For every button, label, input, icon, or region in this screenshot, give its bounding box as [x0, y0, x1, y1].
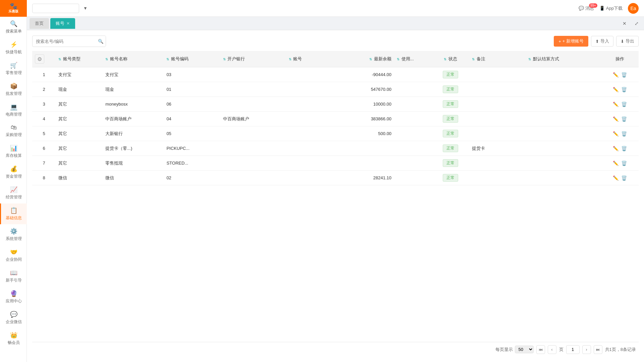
delete-icon[interactable]: 🗑️ [621, 102, 627, 107]
export-button[interactable]: ⬇ 导出 [616, 36, 639, 47]
status-badge: 正常 [443, 144, 458, 152]
ecommerce-icon: 💻 [10, 103, 17, 111]
sidebar-item-wholesale[interactable]: 📦 批发管理 [0, 79, 27, 100]
sidebar-item-enterprise[interactable]: 🤝 企业协同 [0, 245, 27, 266]
sidebar-item-quicknav[interactable]: ⚡ 快捷导航 [0, 38, 27, 58]
th-remark[interactable]: ⇅ 备注 [469, 51, 526, 67]
tab-account[interactable]: 账号 ✕ [50, 18, 75, 29]
cell-default-settlement [526, 112, 601, 126]
avatar[interactable]: Ea [628, 3, 639, 14]
import-button[interactable]: ⬆ 导入 [591, 36, 613, 47]
sidebar-item-retail[interactable]: 🛒 零售管理 [0, 58, 27, 79]
sidebar-item-inventory[interactable]: 📊 库存核算 [0, 141, 27, 162]
edit-icon[interactable]: ✏️ [613, 116, 619, 122]
sidebar-logo: 🐾 乐惠版 [0, 0, 27, 17]
sidebar-item-label: 畅会员 [8, 340, 20, 346]
table-row: 3 其它 moneybosx 06 10000.00 正常 ✏️ 🗑️ [32, 97, 639, 112]
delete-icon[interactable]: 🗑️ [621, 146, 627, 151]
topbar-dropdown[interactable]: ▼ [83, 6, 88, 11]
cell-type: 现金 [56, 82, 103, 97]
delete-icon[interactable]: 🗑️ [621, 131, 627, 136]
sidebar-item-search[interactable]: 🔍 搜索菜单 [0, 17, 27, 38]
delete-icon[interactable]: 🗑️ [621, 175, 627, 181]
edit-icon[interactable]: ✏️ [613, 131, 619, 136]
th-settings[interactable]: ⚙ [32, 51, 56, 67]
page-last-button[interactable]: ⏭ [594, 345, 602, 354]
th-account[interactable]: ⇅ 账号 [286, 51, 333, 67]
topbar-search-input[interactable] [32, 4, 79, 13]
sidebar-item-appcenter[interactable]: 🔮 应用中心 [0, 287, 27, 307]
sidebar-item-guide[interactable]: 📖 新手引导 [0, 266, 27, 287]
th-code[interactable]: ⇅ 账号编码 [164, 51, 220, 67]
gear-icon[interactable]: ⚙ [35, 54, 44, 64]
tab-close-window-button[interactable]: ✕ [620, 19, 629, 28]
status-badge: 正常 [443, 115, 458, 123]
edit-icon[interactable]: ✏️ [613, 87, 619, 92]
sort-icon-name: ⇅ [105, 57, 108, 61]
delete-icon[interactable]: 🗑️ [621, 87, 627, 92]
tab-close-icon[interactable]: ✕ [66, 21, 70, 26]
sidebar-item-label: 库存核算 [6, 153, 22, 159]
per-page-select[interactable]: 10 20 50 100 [515, 346, 534, 353]
search-button[interactable]: 🔍 [96, 36, 106, 47]
page-next-button[interactable]: › [582, 345, 591, 354]
cell-name: 微信 [103, 171, 164, 185]
th-account-label: 账号 [293, 56, 302, 61]
th-action: 操作 [601, 51, 639, 67]
delete-icon[interactable]: 🗑️ [621, 72, 627, 77]
th-type[interactable]: ⇅ 账号类型 [56, 51, 103, 67]
table-row: 8 微信 微信 02 28241.10 正常 ✏️ 🗑️ [32, 171, 639, 185]
page-input[interactable] [566, 345, 580, 354]
sidebar-item-label: 零售管理 [6, 70, 22, 76]
chevron-down-icon: ▼ [83, 6, 88, 11]
th-default-settlement[interactable]: ⇅ 默认结算方式 [526, 51, 601, 67]
sidebar-item-system[interactable]: ⚙️ 系统管理 [0, 224, 27, 245]
add-account-button[interactable]: + + 新增账号 [554, 36, 588, 47]
cell-balance: 10000.00 [333, 97, 394, 112]
content-area: 🔍 + + 新增账号 ⬆ 导入 ⬇ 导出 [27, 30, 644, 362]
sidebar-item-operation[interactable]: 📈 经营管理 [0, 183, 27, 203]
sidebar-item-basic[interactable]: 📋 基础信息 [0, 203, 27, 224]
search-input[interactable] [33, 37, 96, 46]
sidebar-item-purchase[interactable]: 🛍 采购管理 [0, 121, 27, 141]
edit-icon[interactable]: ✏️ [613, 72, 619, 77]
sidebar-item-label: 新手引导 [6, 278, 22, 283]
th-usage[interactable]: ⇅ 使用... [394, 51, 432, 67]
page-prev-button[interactable]: ‹ [548, 345, 556, 354]
th-name[interactable]: ⇅ 账号名称 [103, 51, 164, 67]
th-balance[interactable]: ⇅ 最新余额 [333, 51, 394, 67]
cell-balance: 383866.00 [333, 112, 394, 126]
th-status[interactable]: ⇅ 状态 [432, 51, 469, 67]
status-badge: 正常 [443, 85, 458, 93]
sidebar-item-corpwechat[interactable]: 💬 企业微信 [0, 307, 27, 328]
cell-name: 支付宝 [103, 67, 164, 82]
app-download-button[interactable]: 📱 App下载 [599, 5, 623, 11]
tab-fullscreen-button[interactable]: ⤢ [632, 19, 641, 28]
delete-icon[interactable]: 🗑️ [621, 161, 627, 166]
app-download-label: App下载 [606, 5, 623, 11]
table-row: 1 支付宝 支付宝 03 -90444.00 正常 ✏️ 🗑️ [32, 67, 639, 82]
tab-home[interactable]: 首页 [30, 18, 49, 29]
cell-balance: 547670.00 [333, 82, 394, 97]
th-bank[interactable]: ⇅ 开户银行 [220, 51, 286, 67]
cell-status: 正常 [432, 67, 469, 82]
messages-button[interactable]: 💬 消息 99+ [579, 5, 594, 11]
sidebar-item-finance[interactable]: 💰 资金管理 [0, 162, 27, 183]
edit-icon[interactable]: ✏️ [613, 146, 619, 151]
cell-bank [220, 97, 286, 112]
wholesale-icon: 📦 [10, 82, 17, 90]
edit-icon[interactable]: ✏️ [613, 102, 619, 107]
inventory-icon: 📊 [10, 144, 17, 152]
page-first-button[interactable]: ⏮ [536, 345, 545, 354]
sidebar-item-ecommerce[interactable]: 💻 电商管理 [0, 100, 27, 121]
cell-no: 2 [32, 82, 56, 97]
status-badge: 正常 [443, 100, 458, 108]
sidebar-item-label: 系统管理 [6, 236, 22, 242]
cell-balance [333, 156, 394, 171]
edit-icon[interactable]: ✏️ [613, 161, 619, 166]
cell-remark [469, 156, 526, 171]
edit-icon[interactable]: ✏️ [613, 175, 619, 181]
sidebar-item-member[interactable]: 👑 畅会员 [0, 328, 27, 349]
delete-icon[interactable]: 🗑️ [621, 116, 627, 122]
th-default-label: 默认结算方式 [533, 56, 559, 61]
